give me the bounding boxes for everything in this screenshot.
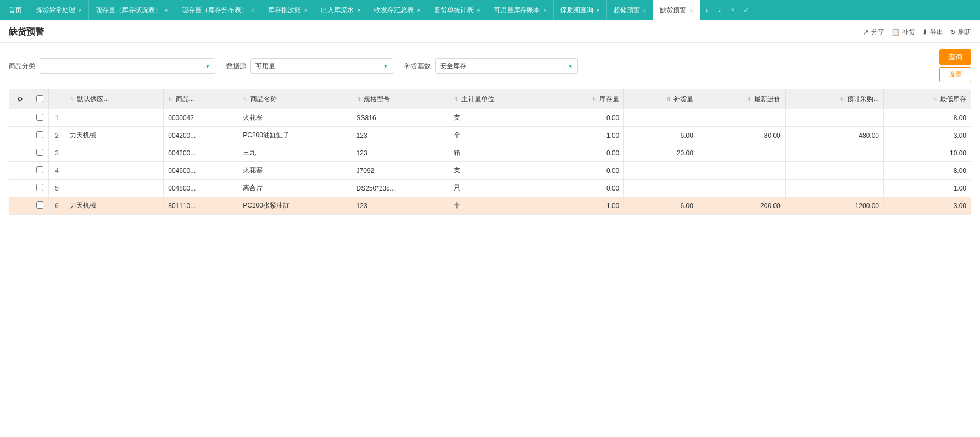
tab-shortage[interactable]: 缺货预警 × (653, 0, 700, 20)
col-product-name-header[interactable]: ⇅ 商品名称 (238, 89, 352, 109)
replenish-qty-sort-icon: ⇅ (666, 96, 671, 102)
col-min-stock-header[interactable]: ⇅ 最低库存 (884, 89, 971, 109)
close-inventory-status-tab[interactable]: × (165, 7, 168, 13)
tab-inout[interactable]: 出入库流水 × (314, 0, 368, 20)
col-stock-header[interactable]: ⇅ 库存量 (550, 89, 624, 109)
col-unit-header[interactable]: ⇅ 主计量单位 (449, 89, 550, 109)
main-content: 缺货预警 ↗ 分享 📋 补货 ⬇ 导出 ↻ 刷新 商品分类 (0, 20, 980, 437)
tab-receive[interactable]: 收发存汇总表 × (368, 0, 427, 20)
col-spec-header[interactable]: ⇅ 规格型号 (352, 89, 449, 109)
product-code-sort-icon: ⇅ (168, 96, 172, 102)
col-replenish-qty-header[interactable]: ⇅ 补货量 (624, 89, 698, 109)
replenish-base-arrow-icon: ▼ (567, 63, 573, 69)
row-supplier-cell (65, 162, 164, 180)
row-checkbox-cell[interactable] (31, 109, 49, 127)
tab-next-btn[interactable]: › (713, 0, 726, 20)
datasource-filter-group: 数据源 可用量 ▼ (226, 58, 393, 74)
tab-prev-btn[interactable]: ‹ (700, 0, 713, 20)
replenish-button[interactable]: 📋 补货 (891, 27, 915, 37)
col-gear-header[interactable]: ⚙ (9, 89, 31, 109)
category-arrow-icon: ▼ (205, 63, 210, 69)
tab-inventory-status[interactable]: 现存量（库存状况表） × (89, 0, 175, 20)
gear-icon: ⚙ (17, 96, 23, 103)
row-product-code-cell: 004200... (164, 144, 238, 162)
unit-sort-icon: ⇅ (454, 96, 458, 102)
category-select[interactable]: ▼ (40, 58, 215, 74)
row-num-cell: 6 (49, 197, 65, 215)
row-replenish-qty-cell: 6.00 (624, 127, 698, 144)
row-checkbox[interactable] (36, 166, 43, 173)
query-button[interactable]: 查询 (939, 49, 971, 65)
row-product-name-cell: PC200张紧油缸 (238, 197, 352, 215)
tab-demand[interactable]: 要货单统计表 × (427, 0, 487, 20)
col-num-header (49, 89, 65, 109)
row-checkbox[interactable] (36, 184, 43, 191)
select-all-checkbox[interactable] (36, 95, 43, 102)
close-receive-tab[interactable]: × (417, 7, 420, 13)
row-checkbox-cell[interactable] (31, 162, 49, 180)
row-estimated-purchase-cell: 1200.00 (785, 197, 883, 215)
tab-inventory-dist[interactable]: 现存量（库存分布表） × (175, 0, 261, 20)
tab-close-btn[interactable]: × (726, 0, 739, 20)
tab-home[interactable]: 首页 (2, 0, 29, 20)
row-estimated-purchase-cell: 480.00 (785, 127, 883, 144)
row-checkbox-cell[interactable] (31, 180, 49, 197)
share-button[interactable]: ↗ 分享 (863, 27, 884, 37)
row-latest-price-cell: 200.00 (698, 197, 785, 215)
datasource-select[interactable]: 可用量 ▼ (250, 58, 393, 74)
close-demand-tab[interactable]: × (477, 7, 480, 13)
row-unit-cell: 只 (449, 180, 550, 197)
row-min-stock-cell: 10.00 (884, 144, 971, 162)
tab-exception[interactable]: 拣货异常处理 × (29, 0, 89, 20)
row-checkbox-cell[interactable] (31, 144, 49, 162)
col-latest-price-header[interactable]: ⇅ 最新进价 (698, 89, 785, 109)
row-checkbox-cell[interactable] (31, 197, 49, 215)
row-num-cell: 4 (49, 162, 65, 180)
tab-expiry[interactable]: 保质期查询 × (554, 0, 607, 20)
row-stock-cell: 0.00 (550, 109, 624, 127)
row-estimated-purchase-cell (785, 109, 883, 127)
close-inout-tab[interactable]: × (357, 7, 360, 13)
row-replenish-qty-cell: 6.00 (624, 197, 698, 215)
close-inventory-dist-tab[interactable]: × (251, 7, 254, 13)
row-stock-cell: -1.00 (550, 197, 624, 215)
close-expiry-tab[interactable]: × (597, 7, 600, 13)
col-product-code-header[interactable]: ⇅ 商品... (164, 89, 238, 109)
close-available-tab[interactable]: × (543, 7, 547, 13)
row-checkbox[interactable] (36, 131, 43, 138)
col-estimated-purchase-header[interactable]: ⇅ 预计采购... (785, 89, 883, 109)
close-shortage-tab[interactable]: × (689, 7, 693, 13)
settings-button[interactable]: 设置 (939, 67, 971, 82)
row-unit-cell: 支 (449, 109, 550, 127)
tab-fullscreen-btn[interactable]: ⤢ (739, 0, 753, 20)
row-spec-cell: DS250*23c... (352, 180, 449, 197)
close-exception-tab[interactable]: × (79, 7, 82, 13)
estimated-purchase-sort-icon: ⇅ (840, 96, 844, 102)
row-min-stock-cell: 8.00 (884, 162, 971, 180)
row-checkbox[interactable] (36, 114, 43, 121)
row-replenish-qty-cell (624, 180, 698, 197)
tab-available[interactable]: 可用量库存账本 × (487, 0, 554, 20)
refresh-button[interactable]: ↻ 刷新 (950, 27, 971, 37)
row-spec-cell: 123 (352, 144, 449, 162)
row-checkbox[interactable] (36, 201, 43, 209)
replenish-base-filter-group: 补货基数 安全库存 ▼ (404, 58, 578, 74)
row-checkbox-cell[interactable] (31, 127, 49, 144)
tab-batch[interactable]: 库存批次账 × (261, 0, 315, 20)
row-estimated-purchase-cell (785, 180, 883, 197)
row-product-code-cell: 0000042 (164, 109, 238, 127)
close-batch-tab[interactable]: × (304, 7, 308, 13)
row-num-cell: 3 (49, 144, 65, 162)
row-num-cell: 5 (49, 180, 65, 197)
col-supplier-header[interactable]: ⇅ 默认供应... (65, 89, 164, 109)
row-num-cell: 1 (49, 109, 65, 127)
min-stock-sort-icon: ⇅ (933, 96, 937, 102)
row-product-code-cell: 004600... (164, 162, 238, 180)
close-overstock-tab[interactable]: × (643, 7, 647, 13)
replenish-base-select[interactable]: 安全库存 ▼ (435, 58, 578, 74)
export-button[interactable]: ⬇ 导出 (922, 27, 943, 37)
replenish-base-label: 补货基数 (404, 61, 431, 71)
col-checkbox-header[interactable] (31, 89, 49, 109)
row-checkbox[interactable] (36, 149, 43, 156)
tab-overstock[interactable]: 超储预警 × (607, 0, 654, 20)
